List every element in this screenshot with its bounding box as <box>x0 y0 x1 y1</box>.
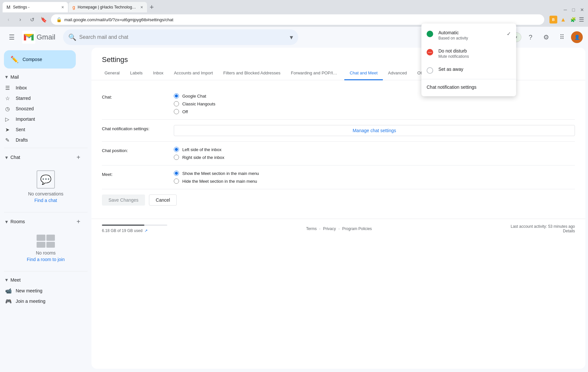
settings-row-meet: Meet: Show the Meet section in the main … <box>102 165 575 189</box>
details-link[interactable]: Details <box>511 229 575 233</box>
brave-rewards-icon[interactable]: ▲ <box>559 16 567 23</box>
inbox-label: Inbox <box>16 85 82 90</box>
show-meet-option[interactable]: Show the Meet section in the main menu <box>174 171 575 176</box>
new-tab-btn[interactable]: + <box>150 4 154 11</box>
left-side-radio[interactable] <box>174 147 179 152</box>
sidebar-item-new-meeting[interactable]: 📹 New meeting <box>0 286 88 296</box>
drafts-icon: ✎ <box>5 137 12 143</box>
show-meet-radio[interactable] <box>174 171 179 176</box>
tab-general[interactable]: General <box>99 67 125 80</box>
hide-meet-label: Hide the Meet section in the main menu <box>182 179 257 184</box>
sidebar-item-important[interactable]: ▷ Important <box>0 114 88 124</box>
sidebar-item-inbox[interactable]: ☰ Inbox <box>0 83 88 93</box>
search-input[interactable] <box>79 34 287 40</box>
settings-gear-icon: ⚙ <box>543 33 549 41</box>
back-button[interactable]: ‹ <box>4 15 13 24</box>
apps-button[interactable]: ⠿ <box>555 31 568 44</box>
left-side-option[interactable]: Left side of the inbox <box>174 147 575 152</box>
chat-notification-row-content: Manage chat settings <box>174 125 575 136</box>
gmail-logo: Gmail <box>22 31 55 44</box>
google-chat-radio[interactable] <box>174 93 179 99</box>
window-controls: ─ □ ✕ <box>564 7 588 12</box>
tab-filters[interactable]: Filters and Blocked Addresses <box>218 67 286 80</box>
hamburger-menu[interactable]: ☰ <box>5 31 18 44</box>
terms-link[interactable]: Terms <box>306 226 317 231</box>
browser-tab-active[interactable]: M Settings - × <box>3 2 68 12</box>
new-meeting-icon: 📹 <box>5 288 12 294</box>
manage-chat-settings-button[interactable]: Manage chat settings <box>174 125 575 136</box>
forward-button[interactable]: › <box>16 15 25 24</box>
tab-close-btn[interactable]: × <box>61 5 64 10</box>
bookmark-button[interactable]: 🔖 <box>39 15 48 24</box>
automatic-text-area: Automatic Based on activity <box>438 30 501 40</box>
snoozed-icon: ◷ <box>5 106 12 112</box>
forward-icon: › <box>19 17 21 23</box>
hide-meet-radio[interactable] <box>174 178 179 184</box>
tab-forwarding[interactable]: Forwarding and POP/IMAP <box>286 67 344 80</box>
tab-labels[interactable]: Labels <box>125 67 148 80</box>
chat-off-radio[interactable] <box>174 109 179 114</box>
search-bar[interactable]: 🔍 ▾ <box>63 29 298 45</box>
brave-shields-icon[interactable]: B <box>549 16 557 23</box>
chat-notification-settings-link[interactable]: Chat notification settings <box>421 81 516 94</box>
rooms-add-button[interactable]: + <box>74 218 82 225</box>
find-chat-link[interactable]: Find a chat <box>34 198 57 203</box>
chat-add-button[interactable]: + <box>74 153 82 161</box>
dropdown-divider <box>421 79 516 79</box>
sidebar-item-starred[interactable]: ☆ Starred <box>0 93 88 103</box>
browser-chrome: M Settings - × g Homepage | gHacks Techn… <box>0 0 588 27</box>
dropdown-item-away[interactable]: Set as away <box>421 63 516 78</box>
classic-hangouts-option[interactable]: Classic Hangouts <box>174 101 575 106</box>
tab-accounts[interactable]: Accounts and Import <box>169 67 218 80</box>
show-meet-label: Show the Meet section in the main menu <box>182 171 259 176</box>
tab-advanced[interactable]: Advanced <box>383 67 412 80</box>
lock-icon: 🔒 <box>56 17 62 22</box>
program-policies-link[interactable]: Program Policies <box>342 226 372 231</box>
hamburger-icon: ☰ <box>9 33 15 41</box>
sidebar-section-rooms[interactable]: ▾ Rooms + <box>0 215 88 228</box>
find-room-link[interactable]: Find a room to join <box>27 257 65 262</box>
sidebar-item-snoozed[interactable]: ◷ Snoozed <box>0 103 88 114</box>
right-side-radio[interactable] <box>174 155 179 160</box>
chat-off-option[interactable]: Off <box>174 109 575 114</box>
close-btn[interactable]: ✕ <box>580 7 584 12</box>
save-changes-button[interactable]: Save Changes <box>102 194 145 206</box>
last-activity-text: Last account activity: 53 minutes ago <box>511 224 575 229</box>
storage-link[interactable]: ↗ <box>144 228 148 233</box>
extensions-area: B ▲ 🧩 ☰ <box>549 16 584 23</box>
rooms-chevron-icon: ▾ <box>5 219 8 225</box>
hide-meet-option[interactable]: Hide the Meet section in the main menu <box>174 178 575 184</box>
chat-empty-icon: 💬 <box>40 174 52 185</box>
tab-chat-meet[interactable]: Chat and Meet <box>344 67 383 80</box>
browser-tab-2[interactable]: g Homepage | gHacks Technology News × <box>69 2 147 12</box>
sidebar-section-chat[interactable]: ▾ Chat + <box>0 151 88 164</box>
back-icon: ‹ <box>8 17 9 23</box>
cancel-button[interactable]: Cancel <box>149 194 177 206</box>
settings-button[interactable]: ⚙ <box>540 31 553 44</box>
right-side-option[interactable]: Right side of the inbox <box>174 155 575 160</box>
sidebar-section-mail[interactable]: ▾ Mail <box>0 71 88 83</box>
chat-notification-row-label: Chat notification settings: <box>102 125 174 131</box>
user-avatar[interactable]: 👤 <box>571 31 583 43</box>
extensions-icon[interactable]: 🧩 <box>569 16 577 23</box>
sidebar-item-sent[interactable]: ➤ Sent <box>0 124 88 135</box>
sidebar-item-drafts[interactable]: ✎ Drafts <box>0 135 88 145</box>
sidebar-section-meet[interactable]: ▾ Meet <box>0 274 88 286</box>
refresh-button[interactable]: ↺ <box>27 15 37 24</box>
browser-menu-icon[interactable]: ☰ <box>579 16 584 23</box>
tab-inbox[interactable]: Inbox <box>148 67 169 80</box>
mail-section-label: Mail <box>10 74 82 80</box>
sent-label: Sent <box>16 127 82 132</box>
dropdown-item-dnd[interactable]: — Do not disturb Mute notifications <box>421 44 516 63</box>
sidebar-item-join-meeting[interactable]: 🎮 Join a meeting <box>0 296 88 306</box>
tab2-close-btn[interactable]: × <box>140 5 143 10</box>
tab-favicon-gmail: M <box>7 5 10 10</box>
compose-button[interactable]: ✏️ Compose <box>4 50 76 69</box>
maximize-btn[interactable]: □ <box>572 7 575 12</box>
help-button[interactable]: ? <box>524 31 537 44</box>
search-dropdown-icon[interactable]: ▾ <box>290 33 293 41</box>
minimize-btn[interactable]: ─ <box>564 7 567 12</box>
classic-hangouts-radio[interactable] <box>174 101 179 106</box>
privacy-link[interactable]: Privacy <box>323 226 336 231</box>
dropdown-item-automatic[interactable]: Automatic Based on activity ✓ <box>421 26 516 44</box>
